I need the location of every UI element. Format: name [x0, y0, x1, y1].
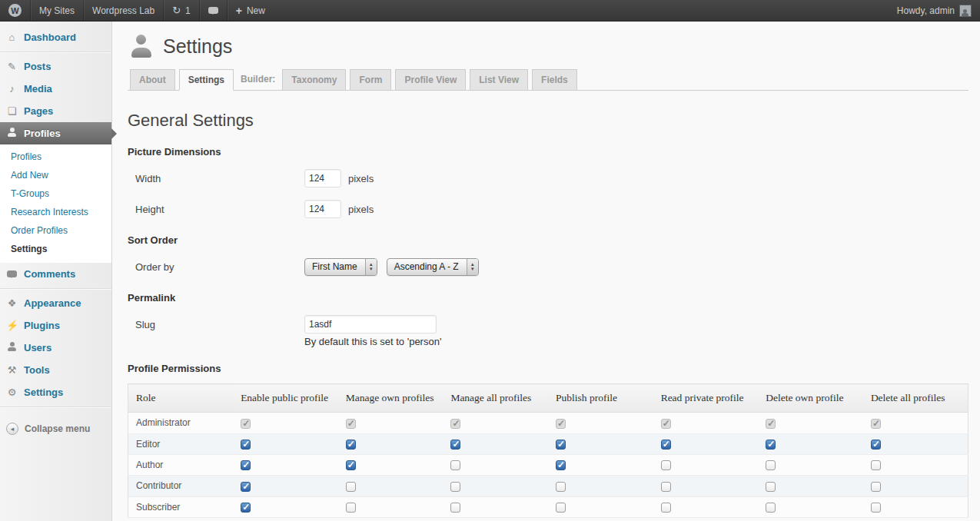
tab-fields[interactable]: Fields — [532, 69, 577, 91]
general-settings-heading: General Settings — [128, 111, 968, 131]
order-direction-select[interactable]: Ascending A - Z ▲▼ — [387, 258, 479, 276]
submenu-item-add-new[interactable]: Add New — [0, 166, 111, 184]
permission-cell — [653, 454, 759, 475]
permission-checkbox — [556, 419, 566, 429]
permissions-column-header: Delete own profile — [758, 384, 863, 413]
permission-checkbox[interactable] — [661, 482, 671, 492]
comments-icon — [208, 7, 218, 14]
slug-description: By default this is set to 'person' — [304, 336, 968, 347]
submenu-item-research-interests[interactable]: Research Interests — [0, 203, 111, 221]
permission-cell — [233, 496, 338, 517]
admin-bar: W My Sites Wordpress Lab ↻ 1 + New Howdy… — [0, 0, 980, 22]
admin-menu: ⌂ Dashboard ✎ Posts ♪ Media ❏ Pages Prof… — [0, 22, 112, 521]
bubble-icon — [7, 270, 17, 277]
permission-checkbox[interactable] — [241, 482, 251, 492]
permission-checkbox[interactable] — [346, 482, 356, 492]
role-cell: Contributor — [128, 476, 234, 496]
sidebar-item-dashboard[interactable]: ⌂ Dashboard — [0, 26, 111, 48]
permission-checkbox[interactable] — [871, 460, 881, 470]
permission-checkbox[interactable] — [871, 440, 881, 450]
comments-icon — [6, 268, 18, 280]
avatar-person-icon — [962, 9, 969, 16]
permission-checkbox[interactable] — [556, 503, 566, 513]
permission-cell — [863, 433, 968, 454]
site-name-label: Wordpress Lab — [92, 5, 154, 16]
sidebar-item-tools[interactable]: ⚒ Tools — [0, 359, 111, 381]
permission-checkbox[interactable] — [556, 460, 566, 470]
sidebar-item-appearance[interactable]: ❖ Appearance — [0, 292, 111, 314]
width-input[interactable] — [304, 169, 341, 187]
wp-logo-menu[interactable]: W — [0, 0, 30, 21]
my-sites-menu[interactable]: My Sites — [31, 0, 83, 21]
permission-checkbox[interactable] — [661, 440, 671, 450]
sidebar-item-plugins[interactable]: ⚡ Plugins — [0, 314, 111, 337]
collapse-menu-button[interactable]: ◂ Collapse menu — [0, 416, 111, 441]
submenu-item-settings[interactable]: Settings — [0, 240, 111, 258]
sidebar-item-media[interactable]: ♪ Media — [0, 78, 111, 100]
slug-input[interactable] — [304, 315, 437, 334]
permission-checkbox — [241, 419, 251, 429]
users-icon — [6, 342, 18, 353]
sidebar-item-pages[interactable]: ❏ Pages — [0, 100, 111, 122]
sidebar-item-users[interactable]: Users — [0, 337, 111, 359]
settings-icon: ⚙ — [6, 387, 18, 398]
new-content-menu[interactable]: + New — [228, 0, 274, 21]
permission-cell — [548, 496, 653, 517]
sidebar-item-profiles[interactable]: Profiles — [0, 122, 111, 144]
permission-cell — [863, 454, 968, 475]
site-name-menu[interactable]: Wordpress Lab — [84, 0, 163, 21]
permission-checkbox — [450, 419, 460, 429]
new-label: New — [247, 5, 265, 16]
sidebar-item-posts[interactable]: ✎ Posts — [0, 55, 111, 78]
permission-checkbox[interactable] — [450, 482, 460, 492]
permission-checkbox[interactable] — [766, 503, 776, 513]
permission-checkbox[interactable] — [450, 460, 460, 470]
permission-checkbox[interactable] — [766, 460, 776, 470]
select-stepper-icon: ▲▼ — [365, 259, 377, 275]
tab-form[interactable]: Form — [350, 69, 391, 91]
sidebar-item-comments[interactable]: Comments — [0, 263, 111, 285]
tab-profile-view[interactable]: Profile View — [395, 69, 466, 91]
order-by-field-select[interactable]: First Name ▲▼ — [304, 258, 377, 276]
width-unit-label: pixels — [348, 173, 374, 184]
permission-checkbox[interactable] — [450, 503, 460, 513]
permission-checkbox[interactable] — [661, 503, 671, 513]
submenu-item-profiles[interactable]: Profiles — [0, 148, 111, 166]
permission-checkbox[interactable] — [450, 440, 460, 450]
permission-checkbox[interactable] — [871, 482, 881, 492]
height-input[interactable] — [304, 200, 341, 218]
tab-list-view[interactable]: List View — [470, 69, 528, 91]
tab-taxonomy[interactable]: Taxonomy — [282, 69, 346, 91]
permission-checkbox[interactable] — [346, 460, 356, 470]
submenu-item-order-profiles[interactable]: Order Profiles — [0, 221, 111, 240]
permission-checkbox[interactable] — [346, 440, 356, 450]
updates-menu[interactable]: ↻ 1 — [164, 0, 199, 21]
submenu-item-t-groups[interactable]: T-Groups — [0, 184, 111, 203]
tab-settings[interactable]: Settings — [179, 69, 234, 91]
permission-checkbox[interactable] — [241, 440, 251, 450]
permission-cell — [758, 496, 863, 517]
permission-checkbox[interactable] — [241, 460, 251, 470]
permissions-column-header: Read private profile — [653, 384, 759, 413]
permission-checkbox[interactable] — [871, 503, 881, 513]
sidebar-item-settings[interactable]: ⚙ Settings — [0, 381, 111, 403]
menu-separator — [0, 288, 111, 289]
height-label: Height — [135, 204, 304, 215]
permission-checkbox[interactable] — [346, 503, 356, 513]
permission-checkbox[interactable] — [661, 460, 671, 470]
permission-checkbox[interactable] — [766, 440, 776, 450]
tab-about[interactable]: About — [130, 69, 175, 91]
account-menu[interactable]: Howdy, admin — [889, 0, 980, 21]
permission-checkbox[interactable] — [766, 482, 776, 492]
permission-cell — [443, 454, 548, 475]
comments-menu[interactable] — [200, 0, 227, 21]
permission-cell — [548, 454, 653, 475]
permissions-row: Author — [128, 454, 968, 475]
permission-checkbox[interactable] — [556, 482, 566, 492]
permission-cell — [338, 496, 443, 517]
permission-checkbox[interactable] — [556, 440, 566, 450]
admin-frame: ⌂ Dashboard ✎ Posts ♪ Media ❏ Pages Prof… — [0, 22, 980, 521]
permission-checkbox[interactable] — [241, 503, 251, 513]
permission-cell — [758, 413, 863, 433]
sidebar-item-label: Profiles — [24, 128, 61, 139]
